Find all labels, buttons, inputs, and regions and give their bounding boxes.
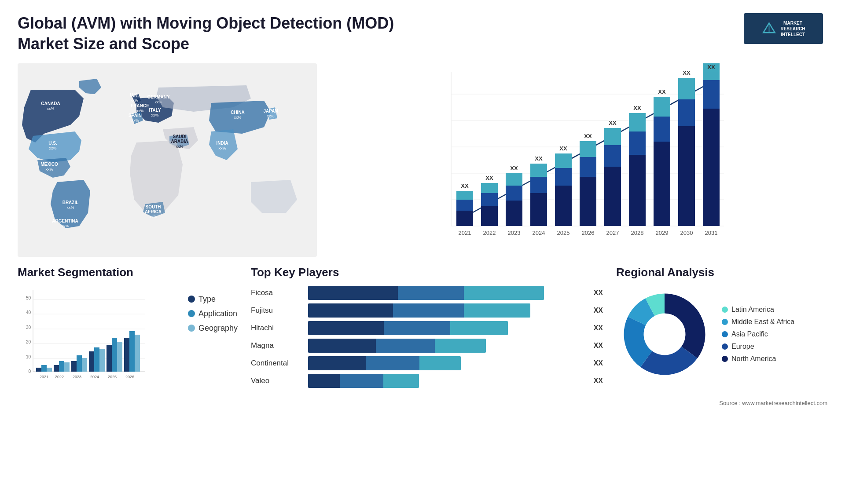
svg-rect-94 (703, 109, 720, 226)
magna-seg1 (308, 339, 376, 353)
svg-text:xx%: xx% (176, 144, 183, 149)
svg-text:2024: 2024 (533, 230, 545, 236)
geography-dot (188, 325, 195, 332)
svg-rect-61 (530, 164, 547, 177)
svg-text:FRANCE: FRANCE (131, 103, 149, 108)
regional-donut-chart (616, 286, 713, 383)
svg-text:xx%: xx% (130, 98, 138, 102)
svg-text:2021: 2021 (40, 375, 48, 379)
player-bar-fujitsu (308, 303, 586, 318)
svg-text:U.S.: U.S. (48, 141, 57, 146)
continental-seg3 (419, 356, 461, 370)
svg-rect-79 (629, 155, 646, 226)
regional-section: Regional Analysis (616, 266, 827, 393)
hitachi-xx: XX (594, 324, 603, 332)
player-row-magna: Magna XX (251, 339, 603, 353)
svg-rect-98 (703, 72, 720, 80)
hitachi-seg2 (384, 321, 450, 335)
svg-text:U.K.: U.K. (130, 93, 139, 98)
svg-text:CANADA: CANADA (41, 101, 60, 106)
svg-text:xx%: xx% (218, 146, 226, 150)
valeo-seg2 (340, 374, 383, 388)
svg-rect-122 (71, 361, 77, 372)
svg-text:2022: 2022 (483, 230, 496, 236)
svg-text:MEXICO: MEXICO (40, 162, 58, 167)
valeo-xx: XX (594, 377, 603, 385)
svg-rect-46 (456, 191, 473, 200)
svg-rect-115 (41, 365, 47, 372)
players-list: Ficosa XX Fujitsu (251, 286, 603, 388)
ficosa-seg1 (308, 286, 398, 300)
map-section: CANADA xx% U.S. xx% MEXICO xx% BRAZIL xx… (18, 63, 317, 257)
ficosa-seg2 (398, 286, 464, 300)
svg-rect-51 (481, 183, 498, 193)
legend-latin-america: Latin America (722, 306, 794, 314)
svg-text:XX: XX (535, 155, 543, 162)
svg-text:2023: 2023 (508, 230, 521, 236)
svg-rect-84 (654, 142, 670, 226)
hitachi-seg1 (308, 321, 384, 335)
svg-rect-116 (47, 368, 52, 372)
svg-rect-114 (36, 368, 41, 372)
seg-legend: Type Application Geography (188, 286, 238, 333)
svg-text:2030: 2030 (680, 230, 693, 236)
player-name-ficosa: Ficosa (251, 289, 304, 297)
valeo-seg3 (383, 374, 419, 388)
north-america-label: North America (731, 355, 776, 363)
legend-application-label: Application (198, 309, 237, 318)
svg-text:xx%: xx% (136, 109, 143, 113)
svg-rect-81 (629, 113, 646, 131)
svg-rect-123 (77, 355, 82, 372)
legend-middle-east-africa: Middle East & Africa (722, 318, 794, 326)
asia-pacific-label: Asia Pacific (731, 330, 768, 338)
player-bar-magna (308, 339, 586, 353)
svg-rect-44 (456, 211, 473, 226)
continental-xx: XX (594, 359, 603, 367)
svg-rect-118 (54, 365, 59, 372)
continental-seg1 (308, 356, 366, 370)
svg-rect-134 (124, 338, 129, 372)
svg-text:ITALY: ITALY (149, 108, 161, 113)
svg-text:GERMANY: GERMANY (147, 95, 169, 99)
svg-text:xx%: xx% (45, 167, 53, 172)
fujitsu-seg3 (464, 303, 530, 318)
segmentation-chart-svg: 0 10 20 30 40 50 (18, 286, 150, 391)
svg-text:2021: 2021 (459, 230, 471, 236)
svg-rect-45 (456, 200, 473, 211)
player-row-ficosa: Ficosa XX (251, 286, 603, 300)
svg-rect-128 (99, 349, 105, 372)
player-name-hitachi: Hitachi (251, 324, 304, 332)
svg-text:2025: 2025 (108, 375, 117, 379)
svg-rect-89 (678, 126, 695, 226)
europe-label: Europe (731, 343, 754, 351)
bar-chart-section: XX 2021 XX 2022 XX 2023 XX 2024 XX (330, 63, 827, 257)
player-row-hitachi: Hitachi XX (251, 321, 603, 335)
svg-text:SOUTH: SOUTH (146, 205, 161, 209)
latin-america-label: Latin America (731, 306, 774, 314)
svg-text:XX: XX (584, 133, 592, 139)
svg-text:xx%: xx% (154, 100, 162, 104)
svg-text:2024: 2024 (90, 375, 99, 379)
bottom-section: Market Segmentation 0 10 20 30 40 50 (0, 257, 845, 398)
svg-rect-136 (135, 335, 140, 372)
seg-chart: 0 10 20 30 40 50 (18, 286, 179, 393)
svg-text:xx%: xx% (234, 115, 241, 120)
hitachi-seg3 (450, 321, 508, 335)
svg-text:50: 50 (26, 296, 31, 300)
logo: MARKET RESEARCH INTELLECT (744, 13, 823, 44)
asia-pacific-dot (722, 331, 728, 337)
svg-rect-75 (604, 145, 621, 167)
svg-text:0: 0 (28, 369, 31, 374)
svg-rect-59 (530, 193, 547, 226)
svg-rect-71 (580, 141, 596, 157)
logo-icon (761, 21, 777, 37)
svg-text:BRAZIL: BRAZIL (62, 200, 79, 205)
source-text: Source : www.marketresearchintellect.com (0, 398, 845, 409)
player-name-valeo: Valeo (251, 376, 304, 385)
svg-rect-74 (604, 167, 621, 226)
svg-rect-70 (580, 157, 596, 177)
svg-text:10: 10 (26, 354, 31, 359)
legend-asia-pacific: Asia Pacific (722, 330, 794, 338)
svg-text:XX: XX (559, 145, 567, 152)
fujitsu-seg2 (393, 303, 464, 318)
